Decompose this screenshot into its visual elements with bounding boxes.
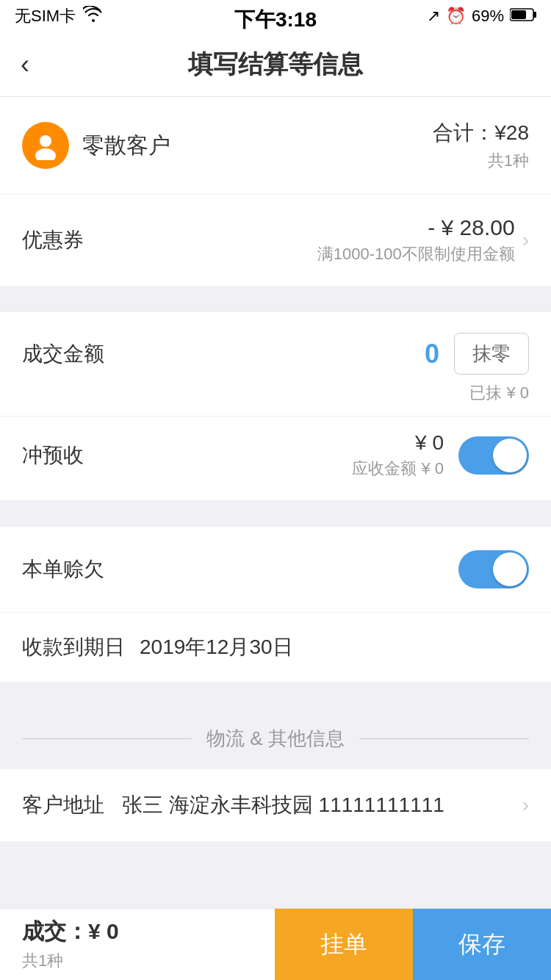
deal-row: 成交金额 0 抹零 bbox=[0, 312, 551, 382]
svg-rect-2 bbox=[511, 10, 526, 19]
wifi-icon bbox=[83, 6, 104, 26]
bottom-deal-amount: 成交：¥ 0 bbox=[22, 917, 253, 947]
already-rounded: 已抹 ¥ 0 bbox=[0, 382, 551, 416]
section-divider-3 bbox=[0, 695, 551, 708]
svg-point-4 bbox=[35, 148, 56, 160]
prepay-amount-block: ¥ 0 应收金额 ¥ 0 bbox=[352, 431, 444, 480]
deal-section: 成交金额 0 抹零 已抹 ¥ 0 冲预收 ¥ 0 应收金额 ¥ 0 bbox=[0, 312, 551, 500]
customer-count: 共1种 bbox=[433, 150, 529, 172]
status-right: ↗ ⏰ 69% bbox=[427, 7, 536, 26]
logistics-line-left bbox=[22, 738, 192, 739]
coupon-amount: - ¥ 28.00 bbox=[317, 215, 515, 240]
prepay-row: 冲预收 ¥ 0 应收金额 ¥ 0 bbox=[0, 416, 551, 500]
nav-bar: ‹ 填写结算等信息 bbox=[0, 32, 551, 97]
customer-section: 零散客户 合计：¥28 共1种 优惠券 - ¥ 28.00 满1000-100不… bbox=[0, 97, 551, 286]
status-time: 下午3:18 bbox=[234, 6, 317, 34]
customer-left: 零散客户 bbox=[22, 122, 170, 169]
toggle-knob bbox=[493, 439, 527, 472]
address-row[interactable]: 客户地址 张三 海淀永丰科技园 11111111111 › bbox=[0, 769, 551, 841]
section-divider-1 bbox=[0, 299, 551, 312]
customer-avatar bbox=[22, 122, 69, 169]
deal-amount[interactable]: 0 bbox=[395, 339, 439, 370]
prepay-amount: ¥ 0 bbox=[352, 431, 444, 455]
chevron-right-icon: › bbox=[522, 228, 529, 252]
customer-row: 零散客户 合计：¥28 共1种 bbox=[0, 97, 551, 194]
battery-icon bbox=[510, 7, 536, 26]
bottom-deal-value: ¥ 0 bbox=[88, 919, 119, 943]
prepay-label: 冲预收 bbox=[22, 442, 84, 469]
pending-button[interactable]: 挂单 bbox=[275, 909, 413, 981]
coupon-desc: 满1000-100不限制使用金额 bbox=[317, 243, 515, 265]
bottom-info: 成交：¥ 0 共1种 bbox=[0, 917, 275, 972]
due-date-value: 2019年12月30日 bbox=[140, 633, 293, 661]
section-divider-2 bbox=[0, 514, 551, 527]
due-date-label: 收款到期日 bbox=[22, 633, 125, 661]
address-value: 张三 海淀永丰科技园 11111111111 bbox=[122, 791, 522, 819]
customer-right: 合计：¥28 共1种 bbox=[433, 119, 529, 172]
prepay-toggle[interactable] bbox=[458, 436, 529, 475]
debt-toggle-knob bbox=[493, 552, 527, 586]
prepay-right: ¥ 0 应收金额 ¥ 0 bbox=[352, 431, 529, 480]
address-label: 客户地址 bbox=[22, 791, 104, 819]
due-date-row[interactable]: 收款到期日 2019年12月30日 bbox=[0, 612, 551, 682]
address-chevron-icon: › bbox=[522, 793, 529, 817]
prepay-receivable: 应收金额 ¥ 0 bbox=[352, 458, 444, 480]
deal-label: 成交金额 bbox=[22, 340, 104, 368]
logistics-title: 物流 & 其他信息 bbox=[206, 726, 345, 752]
round-zero-button[interactable]: 抹零 bbox=[454, 333, 529, 375]
carrier-text: 无SIM卡 bbox=[15, 5, 76, 27]
bottom-count: 共1种 bbox=[22, 950, 253, 972]
coupon-row[interactable]: 优惠券 - ¥ 28.00 满1000-100不限制使用金额 › bbox=[0, 194, 551, 286]
debt-toggle[interactable] bbox=[458, 550, 529, 588]
logistics-line-right bbox=[359, 738, 529, 739]
customer-name: 零散客户 bbox=[82, 131, 170, 161]
save-button[interactable]: 保存 bbox=[413, 909, 551, 981]
logistics-header: 物流 & 其他信息 bbox=[0, 708, 551, 769]
back-button[interactable]: ‹ bbox=[21, 49, 29, 80]
coupon-right: - ¥ 28.00 满1000-100不限制使用金额 › bbox=[317, 215, 529, 265]
customer-total: 合计：¥28 bbox=[433, 119, 529, 147]
bottom-deal-label: 成交： bbox=[22, 919, 88, 943]
nav-title: 填写结算等信息 bbox=[188, 48, 363, 82]
coupon-label: 优惠券 bbox=[22, 226, 84, 254]
deal-right: 0 抹零 bbox=[395, 333, 529, 375]
battery-text: 69% bbox=[472, 7, 504, 26]
status-left: 无SIM卡 bbox=[15, 5, 104, 27]
coupon-right-inner: - ¥ 28.00 满1000-100不限制使用金额 bbox=[317, 215, 515, 265]
alarm-icon: ⏰ bbox=[446, 7, 466, 26]
status-bar: 无SIM卡 下午3:18 ↗ ⏰ 69% bbox=[0, 0, 551, 32]
bottom-bar: 成交：¥ 0 共1种 挂单 保存 bbox=[0, 908, 551, 980]
debt-section: 本单赊欠 收款到期日 2019年12月30日 bbox=[0, 527, 551, 682]
debt-label: 本单赊欠 bbox=[22, 555, 104, 583]
svg-rect-1 bbox=[533, 12, 536, 18]
svg-point-3 bbox=[40, 135, 51, 147]
debt-row: 本单赊欠 bbox=[0, 527, 551, 612]
location-icon: ↗ bbox=[427, 7, 440, 26]
